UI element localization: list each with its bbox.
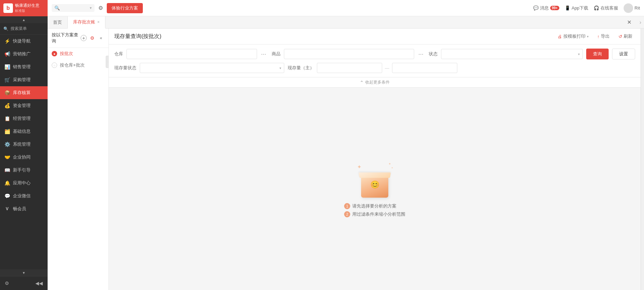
operations-icon: 📋 — [4, 115, 10, 122]
topbar-search-input[interactable] — [61, 6, 88, 11]
add-scheme-btn[interactable]: + — [81, 35, 87, 41]
scroll-up-arrow[interactable]: ▲ — [0, 16, 48, 23]
collapse-more-label: 收起更多条件 — [365, 79, 390, 85]
sidebar-footer: ⚙ ◀◀ — [0, 276, 48, 290]
wechat-icon: 💬 — [4, 193, 10, 199]
page-content: 按以下方案查询 + ⚙ « ● 按批次 ○ 按仓库+批次 › 现存量查询(按批次… — [48, 29, 644, 290]
sidebar-item-inventory[interactable]: 📦 库存核算 — [0, 86, 48, 99]
collapse-sidebar-btn[interactable]: ◀◀ — [34, 279, 44, 287]
product-input[interactable] — [284, 49, 414, 59]
status-dropdown-icon: ▾ — [578, 52, 580, 56]
scheme-dot-inactive: ○ — [52, 62, 57, 68]
sidebar-item-marketing[interactable]: 📢 营销推广 — [0, 48, 48, 60]
print-dropdown-icon[interactable]: ▾ — [587, 35, 589, 38]
marketing-icon: 📢 — [4, 51, 10, 57]
scheme-settings-btn[interactable]: ⚙ — [89, 35, 96, 41]
status-select[interactable]: ▾ — [441, 49, 583, 59]
system-icon: ⚙️ — [4, 141, 10, 147]
filter-bar: 仓库 ··· 商品 ··· 状态 ▾ — [109, 44, 641, 77]
user-name: Rit — [634, 5, 640, 11]
scroll-down-arrow[interactable]: ▼ — [0, 269, 48, 276]
sidebar-item-label: 采购管理 — [13, 77, 31, 83]
warehouse-input[interactable] — [126, 49, 257, 59]
finance-icon: 💰 — [4, 103, 10, 109]
collapse-more-btn[interactable]: ⌃ 收起更多条件 — [109, 77, 641, 88]
scheme-warehouse-batch-label: 按仓库+批次 — [60, 62, 85, 68]
print-icon: 🖨 — [558, 34, 562, 39]
topbar-dropdown-icon[interactable]: ▾ — [90, 6, 92, 10]
scheme-item-batch[interactable]: ● 按批次 — [48, 48, 108, 59]
sidebar-item-operations[interactable]: 📋 经营管理 — [0, 112, 48, 125]
sidebar-item-system[interactable]: ⚙️ 系统管理 — [0, 138, 48, 151]
page-title-bar: 现存量查询(按批次) 🖨 按模板打印 ▾ ↑ 导出 ↺ 刷新 — [109, 29, 641, 44]
refresh-label: 刷新 — [624, 33, 632, 39]
sidebar-item-finance[interactable]: 💰 资金管理 — [0, 99, 48, 112]
export-icon: ↑ — [597, 34, 600, 39]
settings-btn[interactable]: 设置 — [612, 49, 635, 59]
tip-number-2: 2 — [344, 211, 350, 217]
sidebar-item-enterprise[interactable]: 🤝 企业协同 — [0, 151, 48, 164]
sidebar-item-guide[interactable]: 📖 新手引导 — [0, 164, 48, 177]
sidebar-item-wechat[interactable]: 💬 企业微信 — [0, 189, 48, 202]
sidebar-item-quick-nav[interactable]: ⚡ 快捷导航 — [0, 35, 48, 48]
topbar-search-box[interactable]: 🔍 ▾ — [52, 4, 95, 12]
tip-number-1: 1 — [344, 203, 350, 209]
sidebar-item-basic[interactable]: 🗂️ 基础信息 — [0, 125, 48, 138]
print-btn[interactable]: 🖨 按模板打印 ▾ — [555, 32, 591, 41]
tab-active-label: 库存批次账 — [73, 19, 95, 25]
scheme-item-warehouse-batch[interactable]: ○ 按仓库+批次 — [48, 59, 108, 71]
messages-icon: 💬 — [533, 5, 539, 11]
export-btn[interactable]: ↑ 导出 — [595, 32, 613, 41]
sidebar-item-sales[interactable]: 📊 销售管理 — [0, 60, 48, 73]
right-scrollbar[interactable] — [641, 29, 644, 290]
online-service-label: 在线客服 — [600, 5, 618, 11]
warehouse-more-btn[interactable]: ··· — [259, 51, 268, 57]
tip-text-2: 用过滤条件来缩小分析范围 — [352, 211, 405, 217]
sales-icon: 📊 — [4, 64, 10, 70]
app-title: 畅康通好生意 标准版 — [15, 3, 39, 13]
sidebar-item-purchase[interactable]: 🛒 采购管理 — [0, 73, 48, 86]
sidebar-item-label: 销售管理 — [13, 64, 31, 70]
product-more-btn[interactable]: ··· — [416, 51, 425, 57]
user-profile-btn[interactable]: Rit — [624, 3, 640, 13]
app-download-btn[interactable]: 📱 App下载 — [565, 5, 588, 11]
quantity-max-input[interactable] — [392, 63, 457, 73]
topbar: 🔍 ▾ ⚙ 体验行业方案 💬 消息 99+ 📱 App下载 🎧 在线客服 R — [48, 0, 644, 16]
quantity-label: 现存量（主） — [288, 65, 316, 71]
tab-expand-btn[interactable]: › — [637, 19, 644, 25]
purchase-icon: 🛒 — [4, 77, 10, 83]
tabs-bar: 首页 库存批次账 × ✕ › — [48, 16, 644, 29]
inventory-status-select[interactable]: ▾ — [140, 63, 284, 73]
scheme-panel: 按以下方案查询 + ⚙ « ● 按批次 ○ 按仓库+批次 › — [48, 29, 109, 290]
tab-close-btn[interactable]: × — [97, 20, 100, 24]
empty-illustration: 😊 ✦ ✦ ✦ — [354, 160, 395, 198]
topbar-settings-icon[interactable]: ⚙ — [97, 5, 104, 12]
refresh-btn[interactable]: ↺ 刷新 — [616, 32, 635, 41]
sidebar-item-appstore[interactable]: 🔔 应用中心 — [0, 177, 48, 189]
search-menu-btn[interactable]: 🔍 搜索菜单 — [0, 23, 48, 35]
empty-state: 😊 ✦ ✦ ✦ 1 请先选择要分析的方案 2 — [109, 88, 641, 290]
box-lid — [359, 173, 391, 178]
quantity-min-input[interactable] — [317, 63, 382, 73]
query-btn[interactable]: 查询 — [586, 49, 609, 59]
warehouse-label: 仓库 — [114, 51, 124, 57]
settings-footer-icon[interactable]: ⚙ — [3, 279, 11, 287]
tab-home[interactable]: 首页 — [48, 16, 68, 29]
messages-btn[interactable]: 💬 消息 99+ — [533, 5, 559, 11]
sidebar-item-label: 营销推广 — [13, 51, 31, 57]
collapse-panel-btn[interactable]: › — [106, 56, 109, 68]
experience-btn[interactable]: 体验行业方案 — [107, 3, 143, 13]
tab-panel-close-btn[interactable]: ✕ — [623, 16, 635, 29]
scheme-batch-label: 按批次 — [60, 51, 73, 57]
quick-nav-icon: ⚡ — [4, 38, 10, 44]
box-face: 😊 — [370, 180, 379, 189]
tab-inventory-batch[interactable]: 库存批次账 × — [68, 16, 105, 29]
sidebar-item-label: 企业微信 — [13, 193, 31, 199]
sidebar: b 畅康通好生意 标准版 ▲ 🔍 搜索菜单 ⚡ 快捷导航 📢 营销推广 📊 销售… — [0, 0, 48, 290]
sidebar-item-members[interactable]: V 畅会员 — [0, 202, 48, 215]
online-service-btn[interactable]: 🎧 在线客服 — [594, 5, 618, 11]
scheme-header-actions: + ⚙ « — [81, 35, 104, 41]
sidebar-item-label: 资金管理 — [13, 103, 31, 109]
scheme-collapse-btn[interactable]: « — [98, 35, 104, 41]
status-filter: 状态 ▾ — [429, 49, 583, 59]
